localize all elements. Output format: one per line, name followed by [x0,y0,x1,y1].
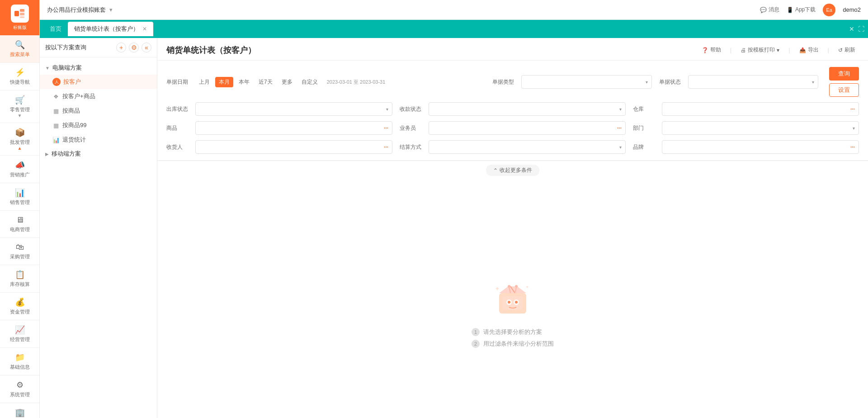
sidebar-item-finance[interactable]: 💰 资金管理 [0,293,39,320]
retail-arrow: ▼ [18,113,22,118]
add-scheme-btn[interactable]: + [116,43,126,52]
message-btn[interactable]: 💬 消息 [760,6,779,14]
doc-status-select[interactable]: ▾ [688,75,819,89]
filter-row-1: 单据日期 上月 本月 本年 近7天 更多 自定义 2023-03-01 至 20… [166,67,859,97]
goods-label: 商品 [166,124,192,132]
tab-home[interactable]: 首页 [43,22,68,36]
message-label: 消息 [769,6,779,14]
sidebar-item-enterprise[interactable]: 🏢 企业协同 [0,403,39,418]
date-tab-more[interactable]: 更多 [278,77,296,87]
sidebar-item-retail[interactable]: 🛒 零售管理 ▼ [0,90,39,123]
dept-select[interactable]: ▾ [662,121,859,135]
user-avatar: Ea [823,4,835,16]
sidebar-retail-label: 零售管理 [10,106,30,113]
inventory-icon: 📋 [15,270,25,280]
header-left: 办公用品行业模拟账套 ▾ [47,6,113,14]
brand-select[interactable]: ··· [662,140,859,154]
print-btn[interactable]: 🖨 按模板打印 ▾ [737,44,783,56]
settings-btn[interactable]: 设置 [829,83,859,97]
date-tab-last7[interactable]: 近7天 [255,77,276,87]
finance-icon: 💰 [15,297,25,307]
sidebar-item-inventory[interactable]: 📋 库存核算 [0,265,39,293]
goods-select[interactable]: ··· [195,121,392,135]
tab-close-icon[interactable]: ✕ [142,26,147,32]
collapse-row: ⌃ 收起更多条件 [157,161,868,180]
sidebar-item-purchase[interactable]: 🛍 采购管理 [0,238,39,265]
refresh-btn[interactable]: ↺ 刷新 [835,44,859,56]
page-area: 按以下方案查询 + ⚙ « ▼ [40,38,868,418]
refresh-icon: ↺ [838,47,843,53]
date-tab-custom[interactable]: 自定义 [298,77,321,87]
operations-icon: 📈 [15,325,25,335]
scheme-item-by-customer-goods[interactable]: ❖ 按客户+商品 [40,89,157,104]
export-btn[interactable]: 📤 导出 [796,44,822,56]
salesperson-select[interactable]: ··· [429,121,626,135]
scheme-group-mobile-header[interactable]: ▶ 移动端方案 [40,147,157,161]
svg-point-9 [515,301,518,304]
sidebar-item-marketing[interactable]: 📣 营销推广 [0,156,39,183]
app-label: 标账版 [13,24,27,31]
out-status-select[interactable]: ▾ [195,102,392,116]
collapse-btn[interactable]: ⌃ 收起更多条件 [486,165,539,176]
settle-select[interactable]: ▾ [429,140,626,154]
sidebar-item-operations[interactable]: 📈 经营管理 [0,320,39,348]
scheme-item-by-goods[interactable]: ▦ 按商品 [40,104,157,118]
header-right: 💬 消息 📱 App下载 Ea demo2 [760,4,861,16]
tab-bar: 首页 销货单统计表（按客户） ✕ ✕ ⛶ [40,20,868,38]
doc-status-field: 单据状态 ▾ [659,75,819,89]
sidebar-item-search[interactable]: 🔍 搜索菜单 [0,35,39,63]
sidebar-operations-label: 经营管理 [10,336,30,343]
help-label: 帮助 [710,46,721,54]
filter-action-buttons: 查询 设置 [829,67,859,97]
sidebar-purchase-label: 采购管理 [10,253,30,260]
sidebar-item-ecommerce[interactable]: 🖥 电商管理 [0,211,39,238]
date-tab-this-year[interactable]: 本年 [235,77,253,87]
header-dropdown-icon[interactable]: ▾ [109,6,113,13]
scheme-goods-icon: ▦ [52,108,60,114]
collapse-panel-btn[interactable]: « [142,43,151,52]
tab-maximize-btn[interactable]: ⛶ [858,25,864,33]
collapse-chevron-icon: ⌃ [493,167,498,174]
scheme-group-mobile-label: 移动端方案 [52,150,81,158]
date-tab-this-month[interactable]: 本月 [215,77,233,87]
tab-close-btn[interactable]: ✕ [849,25,854,33]
sidebar-item-system[interactable]: ⚙ 系统管理 [0,375,39,403]
receipt-status-select[interactable]: ▾ [429,102,626,116]
svg-rect-0 [14,11,19,16]
svg-point-8 [508,301,510,304]
sidebar-item-wholesale[interactable]: 📦 批发管理 ▲ [0,123,39,156]
scheme-group-desktop-header[interactable]: ▼ 电脑端方案 [40,61,157,75]
tab-sales-stat[interactable]: 销货单统计表（按客户） ✕ [68,22,153,36]
date-tab-last-month[interactable]: 上月 [195,77,213,87]
print-dropdown-icon: ▾ [777,47,779,53]
query-btn[interactable]: 查询 [829,67,859,81]
divider3: | [828,47,829,53]
scheme-item-by-customer-goods-label: 按客户+商品 [62,92,95,100]
app-download-btn[interactable]: 📱 App下载 [787,6,816,14]
scheme-item-by-customer[interactable]: 人 按客户 [40,75,157,89]
date-tabs: 上月 本月 本年 近7天 更多 自定义 2023-03-01 至 2023-03… [195,77,385,87]
quick-nav-icon: ⚡ [15,67,25,77]
scheme-item-return-stat[interactable]: 📊 退货统计 [40,133,157,147]
sidebar-item-quick-nav[interactable]: ⚡ 快捷导航 [0,63,39,90]
date-range-text: 2023-03-01 至 2023-03-31 [327,79,386,86]
user-name[interactable]: demo2 [843,6,861,13]
receipt-status-arrow: ▾ [619,107,622,112]
sidebar-ecommerce-label: 电商管理 [10,226,30,233]
sidebar-item-sales[interactable]: 📊 销售管理 [0,183,39,211]
warehouse-select[interactable]: ··· [662,102,859,116]
tip-text-2: 用过滤条件来缩小分析范围 [483,340,554,348]
receiver-select[interactable]: ··· [195,140,392,154]
message-icon: 💬 [760,7,767,13]
svg-rect-1 [20,9,24,12]
warehouse-dots: ··· [850,106,855,112]
receipt-status-field: 收款状态 ▾ [400,102,626,116]
settings-scheme-btn[interactable]: ⚙ [129,43,139,52]
doc-type-select[interactable]: ▾ [521,75,652,89]
warehouse-field: 仓库 ··· [633,102,859,116]
main-content: 办公用品行业模拟账套 ▾ 💬 消息 📱 App下载 Ea demo2 首页 销货… [40,0,868,418]
scheme-item-by-goods99[interactable]: ▦ 按商品99 [40,118,157,133]
sidebar-item-basic[interactable]: 📁 基础信息 [0,348,39,375]
help-btn[interactable]: ❓ 帮助 [698,44,725,56]
salesperson-label: 业务员 [400,124,425,132]
